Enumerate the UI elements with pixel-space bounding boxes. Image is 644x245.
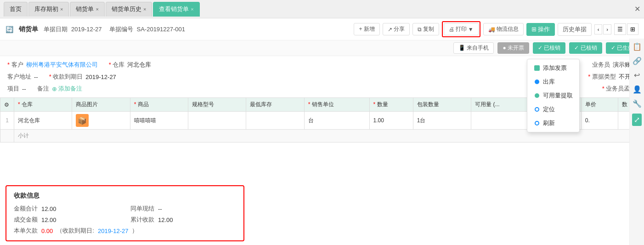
sidebar-icon-5[interactable]: 🔧 <box>633 99 642 108</box>
sold-button[interactable]: ✓ 已核销 <box>569 42 602 54</box>
locate-label: 定位 <box>543 105 555 114</box>
date-meta: 单据日期 2019-12-27 <box>44 25 102 34</box>
customer-label: 客户 <box>7 61 23 69</box>
tab-sales-close[interactable]: × <box>96 6 98 12</box>
copy-icon: ⧉ <box>418 26 422 33</box>
toolbar: 🔄 销货单 单据日期 2019-12-27 单据编号 SA-20191227-0… <box>0 18 644 40</box>
owed-label: 本单欠款 <box>14 227 38 235</box>
tab-bar: 首页 库存期初 × 销货单 × 销货单历史 × 查看销货单 × ✕ <box>0 0 644 18</box>
tab-sales-history[interactable]: 销货单历史 × <box>106 2 152 17</box>
prev-button[interactable]: ‹ <box>594 24 603 34</box>
list-view-button[interactable]: ☰ <box>614 23 626 35</box>
num-meta: 单据编号 SA-20191227-001 <box>109 25 186 34</box>
copy-button[interactable]: ⧉ 复制 <box>412 23 439 35</box>
phone-icon: 📱 <box>458 45 465 51</box>
remark-field: 备注 ⊕ 添加备注 <box>37 85 82 93</box>
remark-label: 备注 <box>37 85 49 93</box>
print-highlight-border: 🖨 打印 ▼ <box>442 21 480 37</box>
cumulative-value: 12.00 <box>158 217 173 223</box>
unopened-button[interactable]: ● 未开票 <box>497 42 529 54</box>
row-pkg-qty: 1台 <box>413 112 471 130</box>
operation-button[interactable]: ⊞ 操作 <box>526 23 555 36</box>
check-button[interactable]: ✓ 已核销 <box>533 42 565 54</box>
print-button[interactable]: 🖨 打印 ▼ <box>444 23 479 35</box>
tab-home[interactable]: 首页 <box>4 2 28 17</box>
nav-arrows: ‹ › <box>594 24 611 34</box>
customer-field: 客户 柳州粤港平安气体有限公司 <box>7 61 98 69</box>
dropdown-refresh[interactable]: 刷新 <box>527 116 579 130</box>
tab-view-sales-close[interactable]: × <box>191 6 193 12</box>
warehouse-value[interactable]: 河北仓库 <box>127 61 151 69</box>
deal-label: 成交金额 <box>14 216 38 224</box>
operation-icon: ⊞ <box>531 26 537 33</box>
payment-date-value[interactable]: 2019-12-27 <box>85 74 116 80</box>
share-button[interactable]: ↗ 分享 <box>383 23 410 35</box>
global-close-button[interactable]: ✕ <box>634 5 640 13</box>
subtotal-num <box>0 130 14 142</box>
dropdown-add-invoice[interactable]: 添加发票 <box>527 61 579 75</box>
th-unit-price: 单价 <box>581 98 618 112</box>
address-value: -- <box>34 74 38 80</box>
locate-icon <box>534 106 540 113</box>
dropdown-menu: 添加发票 出库 可用量提取 定位 刷新 <box>527 59 580 132</box>
doc-title: 销货单 <box>19 25 38 34</box>
owed-end: ） <box>132 227 138 235</box>
amount-value: 12.00 <box>41 205 56 212</box>
owed-date: 2019-12-27 <box>98 228 129 234</box>
toolbar-actions: + 新增 ↗ 分享 ⧉ 复制 🖨 打印 ▼ 🚚 物流信息 ⊞ <box>354 21 638 37</box>
customer-value[interactable]: 柳州粤港平安气体有限公司 <box>26 61 98 69</box>
history-button[interactable]: 历史单据 <box>558 23 592 36</box>
sidebar-icon-3[interactable]: ↩ <box>634 71 640 80</box>
tab-sales-history-close[interactable]: × <box>143 6 146 12</box>
settlement-value: -- <box>158 205 162 212</box>
tab-view-sales[interactable]: 查看销货单 × <box>153 2 199 17</box>
plus-icon: ⊕ <box>52 85 57 92</box>
dropdown-outbound[interactable]: 出库 <box>527 75 579 89</box>
th-img: 商品图片 <box>72 98 130 112</box>
sold-icon: ✓ <box>574 45 579 51</box>
payment-date-label: 收款到期日 <box>49 73 83 81</box>
row-unit-price: 0. <box>581 112 618 130</box>
share-icon: ↗ <box>388 26 392 33</box>
dropdown-available[interactable]: 可用量提取 <box>527 89 579 103</box>
row-available <box>471 112 534 130</box>
settlement-row: 同单现结 -- <box>130 205 236 213</box>
tab-inventory[interactable]: 库存期初 × <box>28 2 69 17</box>
info-box: 收款信息 金额合计 12.00 同单现结 -- 成交金额 12.00 累计收款 … <box>6 185 244 241</box>
right-sidebar: 📋 🔗 ↩ 👤 🔧 ⤢ <box>629 39 644 245</box>
th-gear: ⚙ <box>0 98 14 112</box>
refresh-label: 刷新 <box>543 119 555 127</box>
print-dropdown-arrow: ▼ <box>468 26 474 33</box>
grid-view-button[interactable]: ⊞ <box>627 23 638 35</box>
refresh-icon <box>534 120 540 126</box>
from-phone-button[interactable]: 📱 来自手机 <box>453 42 494 54</box>
info-box-title: 收款信息 <box>14 192 236 200</box>
tab-inventory-close[interactable]: × <box>60 6 63 12</box>
sidebar-icon-2[interactable]: 🔗 <box>633 57 642 65</box>
next-button[interactable]: › <box>603 24 611 34</box>
deal-value: 12.00 <box>41 217 56 223</box>
outbound-label: 出库 <box>543 78 555 86</box>
add-remark-button[interactable]: ⊕ 添加备注 <box>52 85 82 93</box>
check-icon: ✓ <box>538 45 542 51</box>
amount-label: 金额合计 <box>14 205 38 213</box>
circle-icon: ● <box>503 45 506 51</box>
logistics-button[interactable]: 🚚 物流信息 <box>483 23 524 35</box>
row-min-stock <box>246 112 304 130</box>
new-button[interactable]: + 新增 <box>354 23 379 35</box>
project-label: 项目 <box>7 85 19 93</box>
sidebar-icon-4[interactable]: 👤 <box>633 85 642 94</box>
available-icon <box>534 92 540 99</box>
invoice-label: 票据类型 <box>588 73 616 81</box>
doc-icon: 🔄 <box>6 26 13 33</box>
salesperson2-label: 业务员孟 <box>602 85 630 93</box>
salesperson-label: 业务员 <box>592 61 610 69</box>
owed-row: 本单欠款 0.00 （收款到期日: 2019-12-27 ） <box>14 227 236 235</box>
sidebar-icon-1[interactable]: 📋 <box>633 42 642 51</box>
dropdown-locate[interactable]: 定位 <box>527 103 579 116</box>
sidebar-icon-expand[interactable]: ⤢ <box>632 114 642 126</box>
row-img: 📦 <box>72 112 130 130</box>
tab-sales[interactable]: 销货单 × <box>70 2 104 17</box>
th-qty: 数量 <box>369 98 413 112</box>
address-label: 客户地址 <box>7 73 31 81</box>
